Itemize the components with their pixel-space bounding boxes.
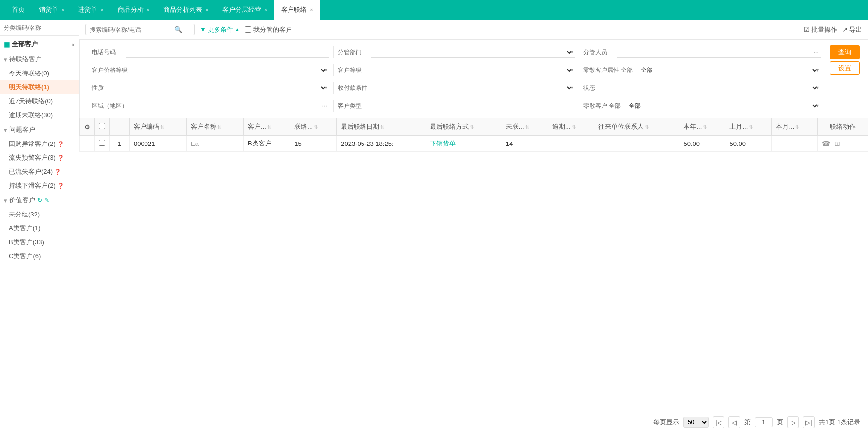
region-input[interactable]: ··· [132,100,329,111]
arrow-down-icon: ▾ [4,56,7,63]
sidebar-group-problem-customers[interactable]: ▾ 问题客户 [0,122,79,137]
th-this-year[interactable]: 本年...⇅ [679,118,725,136]
nav-customer-segment[interactable]: 客户分层经营 × [216,0,274,20]
retail-attr-select[interactable]: 全部 ▾ [637,65,821,75]
collapse-icon[interactable]: « [72,41,75,48]
check-all[interactable] [99,123,105,129]
payment-select[interactable]: ▾ [371,82,575,93]
th-type[interactable]: 客户...⇅ [244,118,290,136]
th-last-contact-date[interactable]: 最后联络日期⇅ [337,118,426,136]
customer-level-field[interactable] [373,66,573,74]
export-btn[interactable]: ↗ 导出 [842,25,862,34]
close-icon[interactable]: × [205,7,208,13]
sidebar-item-tomorrow[interactable]: 明天待联络(1) [0,80,79,94]
nav-sales[interactable]: 销货单 × [32,0,71,20]
nav-customer-contact[interactable]: 客户联络 × [274,0,320,20]
th-last-contact-method[interactable]: 最后联络方式⇅ [426,118,502,136]
edit-icon[interactable]: ✎ [44,197,49,204]
set-button[interactable]: 设置 [830,61,860,75]
th-overdue[interactable]: 逾期...⇅ [548,118,594,136]
close-icon[interactable]: × [264,7,267,13]
sidebar-item-class-a[interactable]: A类客户(1) [0,221,79,235]
close-icon[interactable]: × [310,7,313,13]
sidebar-item-today[interactable]: 今天待联络(0) [0,67,79,80]
search-bar: 🔍 ▼ 更多条件 ▲ 我分管的客户 ☑ 批量操作 ↗ 导出 [79,20,868,40]
sidebar-item-overdue[interactable]: 逾期未联络(30) [0,108,79,122]
help-icon: ❓ [57,155,64,161]
sidebar-item-declining[interactable]: 持续下滑客户(2) ❓ [0,179,79,193]
th-check[interactable] [95,118,110,136]
dept-select[interactable]: ▾ [371,47,575,58]
sidebar-search-input[interactable] [4,24,78,31]
filter-row-1: 电话号码 分管部门 ▾ [88,45,825,59]
refresh-icon[interactable]: ↻ [37,197,42,204]
status-select[interactable]: ▾ [617,82,821,93]
row-this-year: 50.00 [679,136,725,152]
phone-field[interactable] [128,49,327,56]
payment-field[interactable] [373,84,573,92]
row-last-contact-method[interactable]: 下销货单 [426,136,502,152]
retail-customer-field[interactable]: 全部 [627,102,819,110]
th-contacts[interactable]: 联络...⇅ [290,118,337,136]
price-level-select[interactable]: ▾ [132,65,329,75]
sidebar-item-repurchase-abnormal[interactable]: 回购异常客户(2) ❓ [0,137,79,151]
next-page-btn[interactable]: ▷ [787,416,799,428]
phone-input[interactable] [126,47,329,58]
page-input[interactable] [755,417,773,427]
th-unit-contacts[interactable]: 往来单位联系人⇅ [594,118,679,136]
th-last-month[interactable]: 上月...⇅ [725,118,772,136]
price-level-field[interactable] [134,66,327,74]
row-checkbox[interactable] [99,140,105,146]
first-page-btn[interactable]: |◁ [713,416,724,428]
th-this-month[interactable]: 本月...⇅ [772,118,818,136]
customer-level-select[interactable]: ▾ [371,65,575,75]
action-phone-icon[interactable]: ☎ [822,140,830,147]
all-customers-title[interactable]: ▦ 全部客户 « [0,36,79,52]
sidebar-group-value-customers[interactable]: ▾ 价值客户 ↻ ✎ [0,193,79,208]
batch-btn[interactable]: ☑ 批量操作 [804,25,837,34]
action-grid-icon[interactable]: ⊞ [834,140,840,147]
my-customers-checkbox-label[interactable]: 我分管的客户 [245,25,292,34]
close-icon[interactable]: × [61,7,64,13]
close-icon[interactable]: × [100,7,103,13]
nav-goods-analysis[interactable]: 商品分析 × [111,0,156,20]
th-name[interactable]: 客户名称⇅ [187,118,244,136]
nature-field[interactable] [128,84,327,92]
filter-cell-customer-level: 客户等级 ▾ [334,63,579,77]
nav-home[interactable]: 首页 [5,0,32,20]
customer-type-input[interactable] [371,100,575,111]
retail-customer-select[interactable]: 全部 ▾ [625,100,821,111]
row-check[interactable] [95,136,110,152]
filter-panel: 电话号码 分管部门 ▾ [79,40,868,118]
search-input-wrap: 🔍 [85,24,195,35]
th-settings[interactable]: ⚙ [80,118,95,136]
close-icon[interactable]: × [146,7,149,13]
my-customers-checkbox[interactable] [245,26,251,33]
nav-goods-analysis-list[interactable]: 商品分析列表 × [156,0,215,20]
dept-field[interactable] [373,48,573,56]
filter-row-4: 区域（地区） ··· 客户类型 [88,99,825,113]
filter-btn[interactable]: ▼ 更多条件 ▲ [200,25,240,34]
prev-page-btn[interactable]: ◁ [728,416,740,428]
status-field[interactable] [619,84,819,92]
sidebar-item-unclassified[interactable]: 未分组(32) [0,208,79,221]
sidebar-item-lost[interactable]: 已流失客户(24) ❓ [0,165,79,179]
sidebar-item-lost-risk[interactable]: 流失预警客户(3) ❓ [0,151,79,165]
query-button[interactable]: 查询 [830,45,860,59]
search-input[interactable] [90,26,174,33]
retail-attr-field[interactable]: 全部 [639,66,819,74]
nature-select[interactable]: ▾ [126,82,329,93]
sidebar-item-class-c[interactable]: C类客户(6) [0,249,79,263]
th-code[interactable]: 客户编码⇅ [130,118,187,136]
sidebar-item-week7[interactable]: 近7天待联络(0) [0,94,79,108]
filter-cell-customer-type: 客户类型 [334,99,579,113]
nav-purchase[interactable]: 进货单 × [71,0,110,20]
th-no-contact[interactable]: 未联...⇅ [502,118,548,136]
sidebar-item-class-b[interactable]: B类客户(33) [0,235,79,249]
customer-type-field[interactable] [373,102,573,109]
per-page-select[interactable]: 50 100 200 [683,417,709,428]
sidebar-group-pending-contact[interactable]: ▾ 待联络客户 [0,52,79,67]
search-btn[interactable]: 🔍 [174,26,182,33]
last-page-btn[interactable]: ▷| [803,416,815,428]
person-input[interactable]: ··· [617,47,821,58]
